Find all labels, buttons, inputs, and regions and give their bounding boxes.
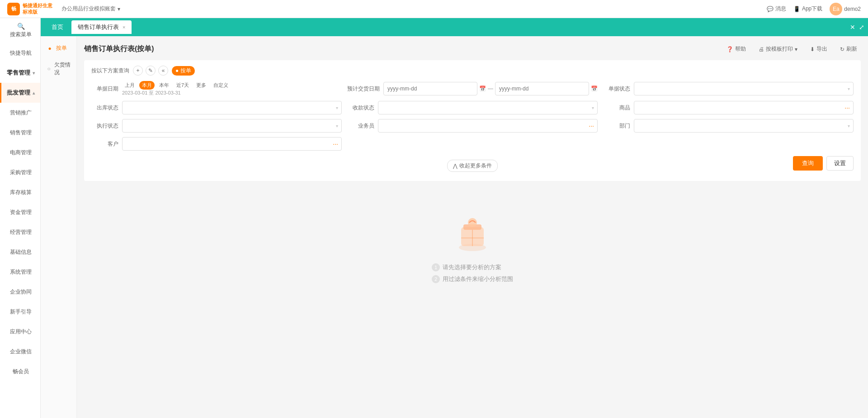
- tab-close-button[interactable]: ×: [123, 24, 125, 30]
- sidebar-item-wholesale[interactable]: 批发管理 ▴: [0, 83, 40, 103]
- export-icon: ⬇: [810, 46, 815, 52]
- filter-field-exec-status: 执行状态 ▾: [91, 119, 342, 133]
- filter-field-payment-status: 收款状态 ▾: [347, 101, 598, 114]
- sidebar-item-inventory[interactable]: 库存核算: [0, 182, 40, 202]
- scheme-active-icon: ●: [175, 67, 179, 74]
- payment-status-wrap: ▾: [378, 101, 598, 114]
- date-btn-7days[interactable]: 近7天: [174, 81, 192, 90]
- filter-field-goods: 商品 ···: [603, 101, 854, 114]
- date-btn-last-month[interactable]: 上月: [122, 81, 137, 90]
- filter-field-date: 单据日期 上月 本月 本年 近7天 更多 自定义: [91, 81, 342, 96]
- exec-status-wrap: ▾: [122, 119, 342, 133]
- exec-status-input[interactable]: [122, 119, 342, 133]
- expected-date-wrap: 📅 — 📅: [383, 82, 598, 95]
- sidebar-item-quick-nav[interactable]: 快捷导航: [0, 43, 40, 63]
- payment-status-label: 收款状态: [347, 104, 374, 112]
- sidebar-item-sales[interactable]: 销售管理: [0, 123, 40, 142]
- download-icon: 📱: [793, 6, 800, 12]
- setting-button[interactable]: 设置: [826, 156, 854, 171]
- page-actions: ❓ 帮助 🖨 按模板打印 ▾ ⬇ 导出: [723, 43, 861, 55]
- top-bar-right: 💬 消息 📱 App下载 Ea demo2: [767, 3, 861, 15]
- sidebar-item-finance[interactable]: 资金管理: [0, 202, 40, 222]
- tab-expand-button[interactable]: ⤢: [859, 24, 864, 31]
- add-scheme-button[interactable]: +: [133, 66, 143, 76]
- delivery-status-input[interactable]: [122, 101, 342, 114]
- logo-area: 畅 畅捷通好生意 标准版: [7, 3, 52, 15]
- scheme-label: 按以下方案查询: [91, 67, 129, 75]
- empty-tips: 1 请先选择要分析的方案 2 用过滤条件来缩小分析范围: [432, 263, 513, 283]
- date-btn-this-month[interactable]: 本月: [139, 81, 155, 90]
- sub-nav-item-backorder[interactable]: ○ 欠货情况: [41, 57, 76, 81]
- sidebar-item-marketing[interactable]: 营销推广: [0, 103, 40, 123]
- query-button[interactable]: 查询: [793, 156, 823, 171]
- filter-panel-header: 按以下方案查询 + ✎ « ● 按单: [91, 66, 854, 76]
- goods-input[interactable]: [634, 101, 854, 114]
- goods-wrap: ···: [634, 101, 854, 114]
- app-download-button[interactable]: 📱 App下载: [793, 5, 822, 13]
- sidebar-item-system[interactable]: 系统管理: [0, 262, 40, 282]
- payment-status-input[interactable]: [378, 101, 598, 114]
- filter-row-4: 客户 ···: [91, 137, 854, 151]
- exec-status-label: 执行状态: [91, 122, 118, 130]
- dept-label: 部门: [603, 122, 630, 130]
- user-menu[interactable]: Ea demo2: [830, 3, 861, 15]
- top-bar: 畅 畅捷通好生意 标准版 办公用品行业模拟账套 ▾ 💬 消息 📱 App下载 E…: [0, 0, 868, 18]
- sidebar-item-retail[interactable]: 零售管理 ▾: [0, 63, 40, 83]
- scheme-actions: + ✎ «: [133, 66, 168, 76]
- collapse-filter-button[interactable]: ⋀ 收起更多条件: [447, 160, 498, 172]
- date-quick-buttons: 上月 本月 本年 近7天 更多 自定义: [122, 81, 342, 90]
- sidebar-item-onboarding[interactable]: 新手引导: [0, 302, 40, 322]
- help-button[interactable]: ❓ 帮助: [723, 43, 750, 55]
- customer-input[interactable]: [122, 137, 342, 151]
- sidebar-item-search[interactable]: 🔍 搜索菜单: [0, 18, 40, 43]
- tab-current[interactable]: 销售订单执行表 ×: [71, 20, 132, 34]
- filter-row-2: 出库状态 ▾ 收款状态: [91, 101, 854, 114]
- sidebar: 🔍 搜索菜单 快捷导航 零售管理 ▾ 批发管理 ▴ 营销推广 销售管理 电商管理…: [0, 18, 41, 418]
- date-btn-more[interactable]: 更多: [193, 81, 209, 90]
- sidebar-item-base-info[interactable]: 基础信息: [0, 242, 40, 262]
- date-btn-custom[interactable]: 自定义: [211, 81, 231, 90]
- salesperson-input[interactable]: [378, 119, 598, 133]
- sidebar-item-cooperation[interactable]: 企业协同: [0, 282, 40, 302]
- sidebar-item-app-center[interactable]: 应用中心: [0, 322, 40, 342]
- filter-row-3: 执行状态 ▾ 业务员: [91, 119, 854, 133]
- doc-status-input[interactable]: [634, 82, 854, 95]
- tab-bar: 首页 销售订单执行表 × ✕ ⤢: [41, 18, 868, 36]
- sidebar-item-enterprise-wechat[interactable]: 企业微信: [0, 342, 40, 361]
- salesperson-label: 业务员: [347, 122, 374, 130]
- sidebar-item-ecommerce[interactable]: 电商管理: [0, 142, 40, 162]
- print-icon: 🖨: [759, 46, 764, 52]
- edit-scheme-button[interactable]: ✎: [146, 66, 156, 76]
- message-button[interactable]: 💬 消息: [767, 5, 786, 13]
- dept-input[interactable]: [634, 119, 854, 133]
- empty-tip-2: 2 用过滤条件来缩小分析范围: [432, 275, 513, 283]
- active-scheme[interactable]: ● 按单: [172, 66, 195, 76]
- date-label: 单据日期: [91, 85, 118, 93]
- refresh-button[interactable]: ↻ 刷新: [836, 43, 861, 55]
- dept-wrap: ▾: [634, 119, 854, 133]
- export-button[interactable]: ⬇ 导出: [807, 43, 831, 55]
- sub-nav-item-by-order[interactable]: ● 按单: [41, 40, 76, 57]
- date-separator: —: [488, 86, 493, 92]
- sidebar-item-member[interactable]: 畅会员: [0, 361, 40, 381]
- search-icon: 🔍: [17, 23, 25, 30]
- print-button[interactable]: 🖨 按模板打印 ▾: [755, 43, 801, 55]
- expected-date-to[interactable]: [495, 82, 589, 95]
- date-btn-this-year[interactable]: 本年: [156, 81, 172, 90]
- company-selector[interactable]: 办公用品行业模拟账套 ▾: [61, 5, 120, 13]
- filter-field-salesperson: 业务员 ···: [347, 119, 598, 133]
- filter-rows: 单据日期 上月 本月 本年 近7天 更多 自定义: [91, 81, 854, 151]
- filter-field-expected-date: 预计交货日期 📅 — 📅: [347, 82, 598, 95]
- empty-tip-1: 1 请先选择要分析的方案: [432, 263, 513, 271]
- tab-minimize-button[interactable]: ✕: [850, 24, 855, 31]
- expected-date-from[interactable]: [383, 82, 477, 95]
- customer-wrap: ···: [122, 137, 342, 151]
- tab-home[interactable]: 首页: [44, 20, 71, 34]
- content-with-subnav: ● 按单 ○ 欠货情况 销售订单执行表(按单) ❓: [41, 36, 868, 418]
- collapse-scheme-button[interactable]: «: [158, 66, 168, 76]
- sidebar-item-operations[interactable]: 经营管理: [0, 222, 40, 242]
- date-range-display: 2023-03-01 至 2023-03-31: [122, 90, 342, 96]
- empty-icon: [452, 214, 493, 254]
- tip-num-1: 1: [432, 263, 440, 271]
- sidebar-item-purchase[interactable]: 采购管理: [0, 162, 40, 182]
